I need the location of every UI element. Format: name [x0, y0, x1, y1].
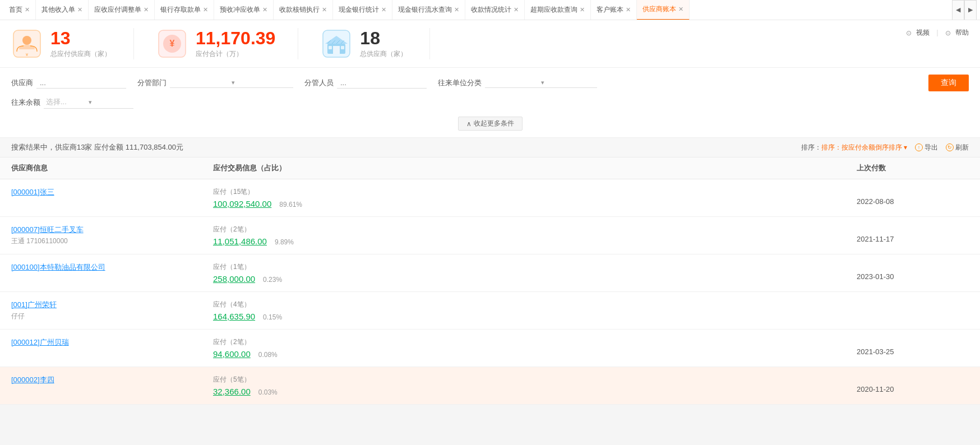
transaction-label: 应付（15笔）: [213, 187, 857, 197]
column-header-transaction: 应付交易信息（占比）: [213, 163, 857, 173]
table-header: 供应商信息 应付交易信息（占比） 上次付数: [0, 157, 980, 179]
help-link[interactable]: 帮助: [955, 28, 969, 38]
transaction-amount[interactable]: 100,092,540.00: [213, 199, 271, 208]
nav-tab-other-income[interactable]: 其他收入单 ✕: [36, 0, 89, 20]
chevron-down-icon: ▾: [541, 79, 595, 86]
filter-row-1: 供应商 分管部门 ▾ 分管人员 往来单位分类 ▾ 查询: [11, 75, 969, 91]
supplier-link[interactable]: [000002]李四: [11, 375, 213, 385]
transaction-amount[interactable]: 94,600.00: [213, 349, 251, 359]
nav-tab-overdue-query[interactable]: 超期应收款查询 ✕: [525, 0, 591, 20]
close-icon[interactable]: ✕: [381, 6, 386, 13]
supplier-link[interactable]: [000007]恒旺二手叉车: [11, 225, 213, 235]
stat1-label: 总应付供应商（家）: [50, 49, 111, 59]
supplier-contact: 王通 17106110000: [11, 237, 213, 246]
table-row: [000007]恒旺二手叉车 王通 17106110000 应付（2笔） 11,…: [0, 217, 980, 254]
nav-tab-home[interactable]: 首页 ✕: [3, 0, 36, 20]
close-icon[interactable]: ✕: [144, 6, 149, 13]
close-icon[interactable]: ✕: [203, 6, 208, 13]
balance-filter-label: 往来余额: [11, 98, 40, 108]
payable-total-icon: ¥: [156, 28, 188, 59]
supplier-link[interactable]: [000012]广州贝瑞: [11, 337, 213, 347]
stat-block-payable-total: ¥ 11,170.39 应付合计（万）: [156, 28, 298, 59]
divider: ｜: [934, 28, 941, 38]
nav-tab-receipt-stat[interactable]: 收款情况统计 ✕: [465, 0, 525, 20]
transaction-cell: 应付（4笔） 164,635.90 0.15%: [213, 300, 857, 321]
close-icon[interactable]: ✕: [25, 6, 30, 13]
stat1-content: 13 总应付供应商（家）: [50, 29, 111, 59]
transaction-label: 应付（5笔）: [213, 375, 857, 384]
filter-row-2: 往来余额 选择... ▾: [11, 96, 969, 109]
lastpay-cell: 2021-11-17: [857, 225, 969, 243]
nav-right-arrow[interactable]: ▶: [964, 0, 977, 20]
transaction-label: 应付（1笔）: [213, 262, 857, 272]
close-icon[interactable]: ✕: [580, 6, 585, 13]
transaction-amount[interactable]: 11,051,486.00: [213, 237, 267, 246]
supplier-filter-input[interactable]: [36, 77, 126, 89]
nav-left-arrow[interactable]: ◀: [952, 0, 964, 20]
close-icon[interactable]: ✕: [454, 6, 459, 13]
help-icon: ⊙: [945, 29, 951, 37]
sort-label: 排序：排序：按应付余额倒序排序 ▾: [801, 143, 907, 152]
nav-tab-supplier-ledger[interactable]: 供应商账本 ✕: [637, 0, 690, 20]
supplier-link[interactable]: [000001]张三: [11, 187, 213, 197]
close-icon[interactable]: ✕: [678, 6, 683, 13]
top-navigation: 首页 ✕ 其他收入单 ✕ 应收应付调整单 ✕ 银行存取款单 ✕ 预收冲应收单 ✕…: [0, 0, 980, 20]
transaction-amount[interactable]: 258,000.00: [213, 274, 255, 284]
supplier-link[interactable]: [000100]本特勒油品有限公司: [11, 262, 213, 272]
stat-block-payable-suppliers: ¥ 13 总应付供应商（家）: [11, 28, 134, 59]
transaction-amount[interactable]: 32,366.00: [213, 387, 251, 396]
supplier-cell: [000002]李四: [11, 375, 213, 387]
close-icon[interactable]: ✕: [322, 6, 327, 13]
person-filter-label: 分管人员: [304, 78, 334, 88]
transaction-percent: 0.23%: [263, 276, 282, 284]
nav-tab-bank-deposit[interactable]: 银行存取款单 ✕: [155, 0, 214, 20]
table-row: [000001]张三 应付（15笔） 100,092,540.00 89.61%…: [0, 179, 980, 217]
stats-bar: ¥ 13 总应付供应商（家） ¥ 11,170.39 应付合计（万）: [0, 20, 980, 68]
refresh-button[interactable]: ↻ 刷新: [946, 143, 969, 152]
search-button[interactable]: 查询: [928, 75, 969, 91]
export-button[interactable]: ↑ 导出: [915, 143, 938, 152]
transaction-amount[interactable]: 164,635.90: [213, 312, 255, 321]
svg-point-1: [22, 36, 31, 45]
transaction-percent: 89.61%: [279, 201, 302, 208]
nav-tab-receivable-adjust[interactable]: 应收应付调整单 ✕: [89, 0, 155, 20]
svg-rect-9: [329, 46, 332, 49]
supplier-contact: 仔仔: [11, 312, 213, 321]
nav-tab-receipt-execute[interactable]: 收款核销执行 ✕: [274, 0, 333, 20]
chevron-down-icon: ▾: [89, 99, 131, 106]
video-link[interactable]: 视频: [916, 28, 930, 38]
stat3-content: 18 总供应商（家）: [360, 29, 407, 59]
nav-tab-prepay[interactable]: 预收冲应收单 ✕: [214, 0, 274, 20]
stat2-label: 应付合计（万）: [196, 49, 275, 59]
nav-tab-cash-bank-flow[interactable]: 现金银行流水查询 ✕: [392, 0, 465, 20]
svg-rect-8: [333, 46, 340, 54]
category-dropdown[interactable]: ▾: [485, 78, 597, 88]
close-icon[interactable]: ✕: [514, 6, 519, 13]
close-icon[interactable]: ✕: [626, 6, 631, 13]
department-dropdown[interactable]: ▾: [170, 78, 293, 88]
filter-balance: 往来余额 选择... ▾: [11, 96, 133, 109]
transaction-label: 应付（2笔）: [213, 225, 857, 234]
svg-rect-10: [341, 46, 344, 49]
nav-tab-cash-bank-stat[interactable]: 现金银行统计 ✕: [333, 0, 392, 20]
chevron-down-icon: ▾: [232, 79, 291, 86]
filter-area: 供应商 分管部门 ▾ 分管人员 往来单位分类 ▾ 查询: [0, 68, 980, 138]
collapse-filter-button[interactable]: ∧ 收起更多条件: [458, 117, 523, 131]
supplier-cell: [000012]广州贝瑞: [11, 337, 213, 349]
transaction-cell: 应付（2笔） 94,600.00 0.08%: [213, 337, 857, 359]
supplier-link[interactable]: [001]广州荣轩: [11, 300, 213, 310]
top-right-links: ⊙ 视频 ｜ ⊙ 帮助: [906, 28, 969, 38]
close-icon[interactable]: ✕: [262, 6, 267, 13]
payable-supplier-icon: ¥: [11, 28, 43, 59]
close-icon[interactable]: ✕: [77, 6, 82, 13]
supplier-filter-label: 供应商: [11, 78, 33, 88]
supplier-cell: [000100]本特勒油品有限公司: [11, 262, 213, 274]
transaction-cell: 应付（2笔） 11,051,486.00 9.89%: [213, 225, 857, 246]
export-icon: ↑: [915, 143, 923, 151]
person-filter-input[interactable]: [337, 77, 427, 89]
balance-dropdown[interactable]: 选择... ▾: [44, 96, 133, 109]
nav-tab-customer-ledger[interactable]: 客户账本 ✕: [591, 0, 637, 20]
sort-icon[interactable]: ▾: [904, 143, 907, 151]
lastpay-cell: [857, 300, 969, 310]
video-icon: ⊙: [906, 29, 912, 37]
